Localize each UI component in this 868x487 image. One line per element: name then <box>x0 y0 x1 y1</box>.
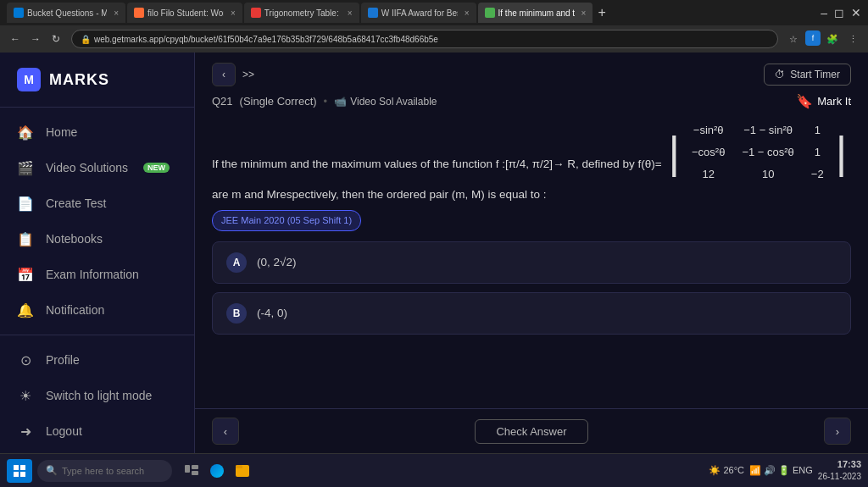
option-b-value: (-4, 0) <box>257 307 287 319</box>
url-bar[interactable]: 🔒 web.getmarks.app/cpyqb/bucket/61f50b4c… <box>71 30 778 48</box>
svg-rect-5 <box>192 465 198 469</box>
sidebar-item-switch-theme[interactable]: ☀ Switch to light mode <box>0 378 194 413</box>
svg-rect-0 <box>14 465 19 470</box>
sidebar-item-home[interactable]: 🏠 Home <box>0 114 194 150</box>
address-bar: ← → ↻ 🔒 web.getmarks.app/cpyqb/bucket/61… <box>0 25 868 53</box>
svg-rect-3 <box>20 472 25 477</box>
windows-start-button[interactable] <box>7 459 32 483</box>
prev-button[interactable]: ‹ <box>212 418 239 445</box>
tab-bar: Bucket Questions - MARKS × filo Filo Stu… <box>0 0 868 25</box>
bookmark-star-icon[interactable]: ☆ <box>785 30 802 47</box>
tab-close[interactable]: × <box>348 8 353 18</box>
next-button[interactable]: › <box>824 418 851 445</box>
reload-button[interactable]: ↻ <box>47 30 64 47</box>
check-answer-button[interactable]: Check Answer <box>475 419 587 444</box>
start-timer-button[interactable]: ⏱ Start Timer <box>764 64 851 86</box>
file-explorer-icon[interactable] <box>231 460 253 482</box>
sidebar-item-label-theme: Switch to light mode <box>46 389 152 402</box>
sidebar-item-label-profile: Profile <box>46 353 80 367</box>
sidebar-item-create-test[interactable]: 📄 Create Test <box>0 185 194 221</box>
tab-iifa[interactable]: W IIFA Award for Best Actor -... × <box>361 3 476 23</box>
svg-rect-6 <box>192 471 198 475</box>
sidebar-item-notification[interactable]: 🔔 Notification <box>0 292 194 328</box>
weather-display: ☀️ 26°C <box>709 465 744 476</box>
taskbar-search-bar[interactable]: 🔍 <box>37 460 172 482</box>
close-button[interactable]: ✕ <box>851 6 861 19</box>
clock-display: 17:33 26-11-2023 <box>818 458 861 483</box>
matrix-cell: −cos²θ <box>683 141 733 163</box>
lang-label: ENG <box>793 465 813 475</box>
right-bracket: | <box>836 130 848 174</box>
matrix-cell: −sin²θ <box>683 119 733 141</box>
taskbar-left: 🔍 <box>7 459 253 483</box>
question-meta: Q21 (Single Correct) • 📹 Video Sol Avail… <box>212 95 437 108</box>
minimize-button[interactable]: – <box>821 6 827 19</box>
sidebar-item-logout[interactable]: ➜ Logout <box>0 413 194 449</box>
taskbar-search-input[interactable] <box>62 466 164 476</box>
sidebar-item-label-logout: Logout <box>46 424 82 438</box>
tab-close[interactable]: × <box>114 8 119 18</box>
sidebar-item-video-solutions[interactable]: 🎬 Video Solutions NEW <box>0 150 194 185</box>
current-date: 26-11-2023 <box>818 471 861 483</box>
maximize-button[interactable]: ◻ <box>834 6 844 19</box>
taskbar-apps <box>181 460 253 482</box>
sidebar-item-profile[interactable]: ⊙ Profile <box>0 342 194 378</box>
tab-icon <box>368 8 378 18</box>
sound-icon[interactable]: 🔊 <box>764 465 776 476</box>
sidebar-item-exam-information[interactable]: 📅 Exam Information <box>0 257 194 292</box>
notification-icon: 🔔 <box>17 302 34 318</box>
forward-button[interactable]: → <box>27 30 44 47</box>
ssl-icon: 🔒 <box>81 35 91 44</box>
filo-extension-icon[interactable]: f <box>805 30 821 46</box>
task-view-button[interactable] <box>181 460 203 482</box>
mark-it-button[interactable]: 🔖 Mark It <box>796 93 851 109</box>
option-b[interactable]: B (-4, 0) <box>212 292 851 335</box>
windows-logo-icon <box>14 465 25 477</box>
tab-trig[interactable]: Trigonometry Table: Sin Cos ... × <box>244 3 359 23</box>
video-play-icon: 📹 <box>334 96 347 108</box>
sidebar: M MARKS 🏠 Home 🎬 Video Solutions NEW 📄 C… <box>0 53 195 453</box>
option-a[interactable]: A (0, 2√2) <box>212 241 851 284</box>
top-bar: ‹ >> ⏱ Start Timer <box>212 63 851 86</box>
logo-text: MARKS <box>49 71 109 89</box>
back-arrow-button[interactable]: ‹ <box>212 63 236 86</box>
tab-close[interactable]: × <box>581 8 587 18</box>
tab-close[interactable]: × <box>231 8 236 18</box>
weather-icon: ☀️ <box>709 465 721 476</box>
question-header: Q21 (Single Correct) • 📹 Video Sol Avail… <box>212 93 851 109</box>
nav-arrows: ‹ >> <box>212 63 254 86</box>
timer-clock-icon: ⏱ <box>775 69 785 80</box>
sidebar-item-notebooks[interactable]: 📋 Notebooks <box>0 221 194 257</box>
option-a-label: A <box>226 252 247 273</box>
question-suffix: are m and Mrespectively, then the ordere… <box>212 188 546 201</box>
tab-active[interactable]: If the minimum and the ma... × <box>478 3 593 23</box>
edge-icon[interactable] <box>206 460 228 482</box>
bookmark-icon: 🔖 <box>796 93 813 109</box>
home-icon: 🏠 <box>17 124 34 141</box>
option-b-label: B <box>226 303 247 324</box>
tab-filo[interactable]: filo Filo Student: World's O... × <box>127 3 242 23</box>
tab-bucket-questions[interactable]: Bucket Questions - MARKS × <box>7 3 125 23</box>
determinant-matrix: | −sin²θ −1 − sin²θ 1 −cos²θ −1 − cos²θ … <box>669 119 848 185</box>
svg-rect-2 <box>14 472 19 477</box>
menu-icon[interactable]: ⋮ <box>844 30 861 47</box>
back-button[interactable]: ← <box>7 30 24 47</box>
matrix-cell: 10 <box>733 163 802 185</box>
question-number: Q21 <box>212 95 233 108</box>
options-list: A (0, 2√2) B (-4, 0) <box>212 241 851 335</box>
new-badge: NEW <box>143 163 170 173</box>
network-icon[interactable]: 📶 <box>749 465 761 476</box>
logo-icon: M <box>17 68 41 91</box>
extensions-icon[interactable]: 🧩 <box>824 30 841 47</box>
tab-close[interactable]: × <box>465 8 470 18</box>
current-time: 17:33 <box>818 458 861 471</box>
matrix-cell: −1 − cos²θ <box>733 141 802 163</box>
double-arrow[interactable]: >> <box>242 69 254 80</box>
left-bracket: | <box>669 130 681 174</box>
start-timer-label: Start Timer <box>790 69 840 80</box>
matrix-cell: −2 <box>803 163 832 185</box>
add-tab-button[interactable]: + <box>598 5 605 20</box>
sidebar-logo: M MARKS <box>0 53 194 108</box>
sidebar-bottom: ⊙ Profile ☀ Switch to light mode ➜ Logou… <box>0 335 194 453</box>
content-area: ‹ >> ⏱ Start Timer Q21 (Single Correct) … <box>195 53 868 408</box>
